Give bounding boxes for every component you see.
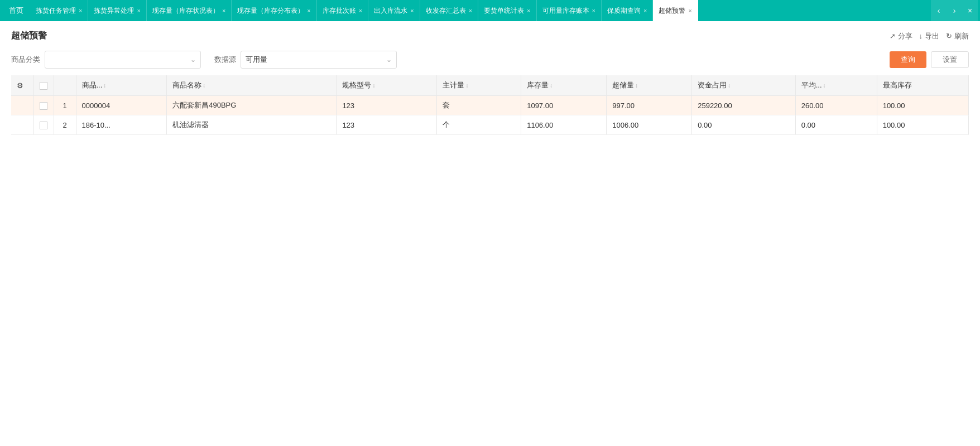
td-index: 1 <box>54 96 76 115</box>
category-select[interactable]: ⌄ <box>45 51 201 69</box>
category-filter-group: 商品分类 ⌄ <box>11 51 201 69</box>
td-spec: 123 <box>337 96 437 115</box>
th-index <box>54 75 76 96</box>
td-max-stock: 100.00 <box>877 115 968 135</box>
th-capital-use[interactable]: 资金占用↕ <box>692 75 796 96</box>
nav-tab-label: 拣货任务管理 <box>36 6 76 16</box>
th-over-stock[interactable]: 超储量↕ <box>607 75 692 96</box>
datasource-chevron-icon: ⌄ <box>386 56 392 64</box>
nav-close-button[interactable]: × <box>962 0 978 21</box>
td-capital-use: 0.00 <box>692 115 796 135</box>
th-checkbox[interactable] <box>33 75 54 96</box>
nav-tab-close[interactable]: × <box>592 7 595 14</box>
nav-tab-5[interactable]: 出入库流水× <box>368 0 420 21</box>
nav-tab-label: 拣货异常处理 <box>94 6 134 16</box>
th-gear[interactable]: ⚙ <box>11 75 33 96</box>
td-stock: 1106.00 <box>521 115 607 135</box>
td-capital-use: 259220.00 <box>692 96 796 115</box>
td-checkbox[interactable] <box>33 96 54 115</box>
td-unit: 个 <box>437 115 521 135</box>
nav-tab-label: 保质期查询 <box>607 6 641 16</box>
td-unit: 套 <box>437 96 521 115</box>
nav-tab-close[interactable]: × <box>222 7 225 14</box>
row-checkbox[interactable] <box>40 102 47 110</box>
datasource-select[interactable]: 可用量 ⌄ <box>241 51 397 69</box>
share-icon: ➚ <box>890 32 896 40</box>
nav-tab-label: 收发存汇总表 <box>426 6 466 16</box>
nav-prev-button[interactable]: ‹ <box>931 0 947 21</box>
th-spec[interactable]: 规格型号↕ <box>337 75 437 96</box>
th-product-name[interactable]: 商品名称↕ <box>167 75 337 96</box>
th-stock[interactable]: 库存量↕ <box>521 75 607 96</box>
query-button[interactable]: 查询 <box>890 51 926 68</box>
category-filter-label: 商品分类 <box>11 55 40 65</box>
page-title: 超储预警 <box>11 30 47 42</box>
nav-tab-10[interactable]: 超储预警× <box>653 0 698 21</box>
nav-tab-label: 现存量（库存状况表） <box>152 6 219 16</box>
nav-tab-close[interactable]: × <box>643 7 647 14</box>
main-content: 超储预警 ➚ 分享 ↓ 导出 ↻ 刷新 商品分类 ⌄ 数据源 <box>0 21 980 446</box>
td-index: 2 <box>54 115 76 135</box>
nav-tab-close[interactable]: × <box>79 7 82 14</box>
table-row: 1 0000004 六配套新昌490BPG 123 套 1097.00 997.… <box>11 96 969 115</box>
td-product-name: 六配套新昌490BPG <box>167 96 337 115</box>
export-button[interactable]: ↓ 导出 <box>919 31 940 41</box>
nav-tab-3[interactable]: 现存量（库存分布表）× <box>232 0 316 21</box>
td-avg: 0.00 <box>795 115 877 135</box>
td-max-stock: 100.00 <box>877 96 968 115</box>
nav-tab-label: 超储预警 <box>659 6 685 16</box>
datasource-filter-group: 数据源 可用量 ⌄ <box>214 51 397 69</box>
nav-tab-close[interactable]: × <box>359 7 362 14</box>
nav-tab-0[interactable]: 拣货任务管理× <box>30 0 88 21</box>
td-checkbox[interactable] <box>33 115 54 135</box>
nav-tab-label: 现存量（库存分布表） <box>237 6 304 16</box>
nav-tab-close[interactable]: × <box>688 7 691 14</box>
header-actions: ➚ 分享 ↓ 导出 ↻ 刷新 <box>890 31 969 41</box>
nav-tab-8[interactable]: 可用量库存账本× <box>537 0 602 21</box>
th-max-stock[interactable]: 最高库存 <box>877 75 968 96</box>
nav-tab-9[interactable]: 保质期查询× <box>602 0 653 21</box>
data-table: ⚙ 商品...↕ 商品名称↕ 规格型号↕ 主计量↕ 库存量↕ 超储量↕ 资金占用… <box>11 75 969 135</box>
td-product-code: 186-10... <box>76 115 167 135</box>
row-checkbox[interactable] <box>40 122 47 129</box>
settings-button[interactable]: 设置 <box>931 51 969 68</box>
nav-arrows: ‹ › × <box>931 0 978 21</box>
header-checkbox[interactable] <box>40 82 47 90</box>
td-over-stock: 1006.00 <box>607 115 692 135</box>
nav-tab-label: 要货单统计表 <box>484 6 524 16</box>
refresh-button[interactable]: ↻ 刷新 <box>946 31 969 41</box>
nav-tab-6[interactable]: 收发存汇总表× <box>420 0 478 21</box>
share-button[interactable]: ➚ 分享 <box>890 31 912 41</box>
table-row: 2 186-10... 机油滤清器 123 个 1106.00 1006.00 … <box>11 115 969 135</box>
td-over-stock: 997.00 <box>607 96 692 115</box>
nav-tab-label: 出入库流水 <box>374 6 407 16</box>
th-avg[interactable]: 平均...↕ <box>795 75 877 96</box>
filter-row: 商品分类 ⌄ 数据源 可用量 ⌄ 查询 设置 <box>11 51 969 69</box>
th-unit[interactable]: 主计量↕ <box>437 75 521 96</box>
td-product-name: 机油滤清器 <box>167 115 337 135</box>
th-product-code[interactable]: 商品...↕ <box>76 75 167 96</box>
td-gear <box>11 96 33 115</box>
nav-tab-close[interactable]: × <box>307 7 310 14</box>
nav-home[interactable]: 首页 <box>2 6 30 16</box>
nav-tab-close[interactable]: × <box>469 7 472 14</box>
datasource-select-value: 可用量 <box>246 55 267 65</box>
nav-tab-4[interactable]: 库存批次账× <box>317 0 368 21</box>
nav-tab-close[interactable]: × <box>527 7 530 14</box>
nav-tab-1[interactable]: 拣货异常处理× <box>88 0 146 21</box>
datasource-filter-label: 数据源 <box>214 55 236 65</box>
table-header-row: ⚙ 商品...↕ 商品名称↕ 规格型号↕ 主计量↕ 库存量↕ 超储量↕ 资金占用… <box>11 75 969 96</box>
nav-tab-close[interactable]: × <box>410 7 414 14</box>
nav-tab-2[interactable]: 现存量（库存状况表）× <box>147 0 232 21</box>
nav-tab-label: 库存批次账 <box>323 6 356 16</box>
top-nav: 首页 拣货任务管理×拣货异常处理×现存量（库存状况表）×现存量（库存分布表）×库… <box>0 0 980 21</box>
category-chevron-icon: ⌄ <box>190 56 196 64</box>
td-avg: 260.00 <box>795 96 877 115</box>
nav-tab-7[interactable]: 要货单统计表× <box>478 0 536 21</box>
export-icon: ↓ <box>919 32 923 40</box>
td-stock: 1097.00 <box>521 96 607 115</box>
nav-tab-close[interactable]: × <box>137 7 140 14</box>
nav-next-button[interactable]: › <box>947 0 962 21</box>
td-product-code: 0000004 <box>76 96 167 115</box>
td-gear <box>11 115 33 135</box>
